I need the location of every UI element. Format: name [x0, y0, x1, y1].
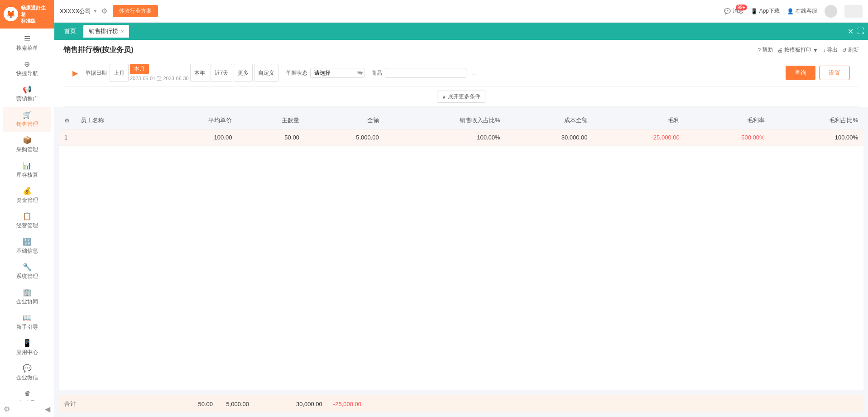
marketing-label: 营销推广 [16, 95, 38, 103]
table-cell-9: 100.00% [770, 129, 864, 146]
app-download-btn[interactable]: 📱 App下载 [751, 7, 780, 15]
expand-more-btn[interactable]: ∨ 展开更多条件 [437, 91, 485, 103]
sidebar-item-enterprise[interactable]: 🏢企业协同 [3, 284, 51, 309]
help-btn[interactable]: ? 帮助 [758, 46, 773, 54]
sidebar-item-operations[interactable]: 📋经营管理 [3, 208, 51, 233]
quick-nav-label: 快捷导航 [16, 70, 38, 77]
date-btn-本年[interactable]: 本年 [190, 64, 209, 82]
content-area: 销售排行榜(按业务员) ? 帮助 🖨 按模板打印 ▼ ↓ 导出 [54, 40, 868, 417]
sidebar: 🦊 畅康通好生意 标准版 ☰搜索菜单⊕快捷导航📢营销推广🛒销售管理📦采购管理📊库… [0, 0, 54, 417]
date-filter-label: 单据日期 [85, 69, 107, 77]
filter-collapse-btn[interactable]: ▶ [72, 69, 78, 77]
table-cell-8: -500.00% [685, 129, 770, 146]
settings-icon[interactable]: ⚙ [4, 405, 10, 413]
basic-info-label: 基础信息 [16, 247, 38, 255]
refresh-btn[interactable]: ↺ 刷新 [842, 46, 859, 54]
col-header-3: 主数量 [237, 112, 305, 129]
date-btn-上月[interactable]: 上月 [110, 64, 129, 82]
sidebar-item-app-center[interactable]: 📱应用中心 [3, 335, 51, 360]
minimize-icon[interactable]: ✕ [848, 27, 854, 36]
goods-input[interactable] [385, 68, 466, 78]
sales-icon: 🛒 [23, 110, 32, 119]
tab-sales-ranking[interactable]: 销售排行榜 × [83, 25, 129, 38]
inventory-label: 库存核算 [16, 171, 38, 179]
system-icon: 🔧 [23, 263, 32, 271]
sidebar-item-sales[interactable]: 🛒销售管理 [3, 107, 51, 132]
company-dropdown-icon: ▼ [93, 9, 97, 14]
sidebar-footer: ⚙ ◀ [0, 401, 54, 417]
status-select[interactable]: 请选择 [310, 68, 364, 78]
tabbar: 首页 销售排行榜 × ✕ ⛶ [54, 23, 868, 40]
app-center-label: 应用中心 [16, 349, 38, 356]
sidebar-item-basic-info[interactable]: 🔢基础信息 [3, 234, 51, 259]
expand-label: 展开更多条件 [448, 93, 480, 101]
date-btn-自定义[interactable]: 自定义 [254, 64, 278, 82]
table-cell-4: 5,000.00 [305, 129, 384, 146]
filter-settings-btn[interactable]: 设置 [819, 66, 850, 80]
tab-close-btn[interactable]: × [121, 29, 124, 34]
table-cell-1 [75, 129, 156, 146]
enterprise-icon: 🏢 [23, 288, 32, 297]
sidebar-item-purchase[interactable]: 📦采购管理 [3, 132, 51, 157]
logo-text: 畅康通好生意 标准版 [21, 5, 50, 24]
app-center-icon: 📱 [23, 339, 32, 347]
expand-more-row: ∨ 展开更多条件 [63, 87, 859, 107]
sidebar-item-marketing[interactable]: 📢营销推广 [3, 81, 51, 106]
date-btn-本月[interactable]: 本月 [130, 64, 149, 74]
export-icon: ↓ [823, 47, 825, 53]
col-header-9: 毛利占比% [770, 112, 864, 129]
table-body: 1100.0050.005,000.00100.00%30,000.00-25,… [59, 129, 863, 146]
user-name[interactable] [844, 5, 863, 18]
col-settings-icon[interactable]: ⚙ [64, 117, 70, 124]
message-btn[interactable]: 💬 消息 99+ [724, 7, 743, 15]
sales-label: 销售管理 [16, 120, 38, 128]
system-label: 系统管理 [16, 273, 38, 280]
footer-label: 合计 [64, 400, 146, 408]
main-area: XXXXX公司 ▼ ⚙ 体验行业方案 💬 消息 99+ 📱 App下载 👤 在线… [54, 0, 868, 417]
table-header-row: ⚙员工名称平均单价主数量全额销售收入占比%成本全额毛利毛利率毛利占比% [59, 112, 863, 129]
sidebar-item-quick-nav[interactable]: ⊕快捷导航 [3, 56, 51, 81]
template-print-btn[interactable]: 🖨 按模板打印 ▼ [777, 46, 818, 54]
sidebar-item-guide[interactable]: 📖新手引导 [3, 310, 51, 335]
col-header-6: 成本全额 [506, 112, 593, 129]
query-btn[interactable]: 查询 [786, 66, 815, 80]
table-cell-3: 50.00 [237, 129, 305, 146]
date-btn-更多[interactable]: 更多 [234, 64, 253, 82]
avatar[interactable] [825, 5, 837, 18]
collapse-icon[interactable]: ◀ [45, 405, 50, 413]
tabbar-actions: ✕ ⛶ [848, 27, 864, 36]
trial-btn[interactable]: 体验行业方案 [113, 5, 158, 17]
sidebar-nav: ☰搜索菜单⊕快捷导航📢营销推广🛒销售管理📦采购管理📊库存核算💰资金管理📋经营管理… [0, 29, 54, 401]
wechat-icon: 💬 [23, 364, 32, 373]
expand-icon: ∨ [442, 94, 446, 100]
company-name: XXXXX公司 [60, 7, 91, 15]
print-icon: 🖨 [777, 47, 783, 53]
table-cell-2: 100.00 [156, 129, 237, 146]
app-logo: 🦊 畅康通好生意 标准版 [0, 0, 54, 29]
tab-label: 销售排行榜 [89, 27, 118, 35]
sidebar-item-system[interactable]: 🔧系统管理 [3, 259, 51, 284]
footer-gross-profit: -25,000.00 [328, 401, 367, 407]
date-btn-近7天[interactable]: 近7天 [211, 64, 233, 82]
online-service-btn[interactable]: 👤 在线客服 [787, 7, 817, 15]
sidebar-item-finance[interactable]: 💰资金管理 [3, 183, 51, 208]
logo-icon: 🦊 [4, 7, 18, 21]
maximize-icon[interactable]: ⛶ [857, 27, 864, 36]
sidebar-item-search-order[interactable]: ☰搜索菜单 [3, 31, 51, 56]
goods-more-btn[interactable]: ... [469, 68, 480, 78]
sidebar-item-vip[interactable]: ♛畅会员 [3, 386, 51, 401]
purchase-label: 采购管理 [16, 146, 38, 153]
sidebar-item-wechat[interactable]: 💬企业微信 [3, 360, 51, 385]
table-cell-0: 1 [59, 129, 75, 146]
purchase-icon: 📦 [23, 136, 32, 144]
sidebar-item-inventory[interactable]: 📊库存核算 [3, 158, 51, 182]
col-header-7: 毛利 [593, 112, 685, 129]
footer-total-amount: 5,000.00 [218, 401, 254, 407]
company-selector[interactable]: XXXXX公司 ▼ [60, 7, 97, 15]
settings-gear-icon[interactable]: ⚙ [101, 7, 107, 15]
footer-cost-amount: 30,000.00 [291, 401, 328, 407]
date-range-label: 2023-06-01 至 2023-06-30 [130, 75, 189, 82]
tab-home[interactable]: 首页 [58, 24, 82, 38]
col-header-1: 员工名称 [75, 112, 156, 129]
export-btn[interactable]: ↓ 导出 [823, 46, 838, 54]
